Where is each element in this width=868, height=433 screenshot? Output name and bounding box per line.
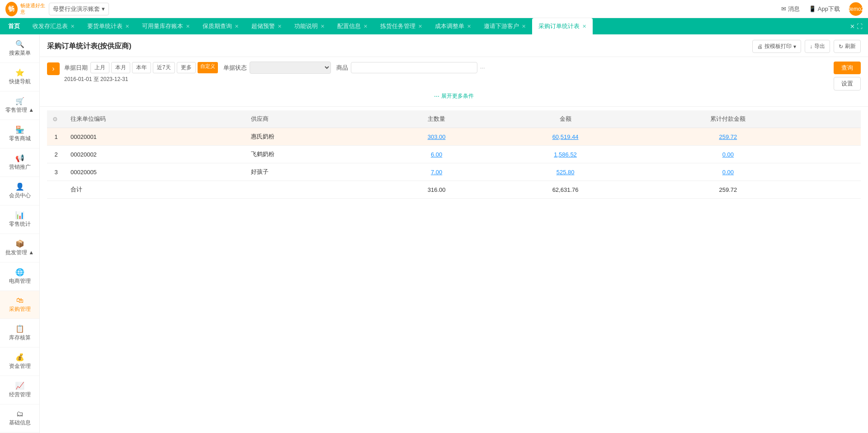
workspace-selector[interactable]: 母婴行业演示账套 ▾ — [49, 3, 109, 15]
filter-toggle-btn[interactable]: › — [47, 62, 60, 75]
sidebar-item-marketing[interactable]: 📢 营销推广 — [0, 148, 39, 177]
tab-close-icon[interactable]: ✕ — [71, 24, 75, 29]
row-seq: 3 — [47, 163, 65, 181]
export-button[interactable]: ↓ 导出 — [805, 40, 830, 53]
message-btn[interactable]: ✉ 消息 — [781, 5, 800, 13]
tab-close-icon[interactable]: ✕ — [582, 24, 586, 29]
row-code: 00020002 — [65, 146, 245, 163]
date-label: 单据日期 — [64, 64, 88, 72]
tab-overstock-warning[interactable]: 超储预警 ✕ — [245, 18, 288, 34]
tab-close-icon[interactable]: ✕ — [186, 24, 190, 29]
filter-area: › 单据日期 上月 本月 本年 近7天 更多 — [40, 57, 868, 107]
tab-available-inventory[interactable]: 可用量库存账本 ✕ — [136, 18, 196, 34]
tab-invite-downstream[interactable]: 邀请下游客户 ✕ — [477, 18, 532, 34]
date-btn-7days[interactable]: 近7天 — [153, 62, 175, 73]
sidebar-item-base[interactable]: 🗂 基础信息 — [0, 404, 39, 433]
expand-more-btn[interactable]: ⋯ 展开更多条件 — [47, 90, 861, 102]
sidebar-item-wholesale[interactable]: 📦 批发管理 ▲ — [0, 234, 39, 262]
tab-function-desc[interactable]: 功能说明 ✕ — [288, 18, 331, 34]
maximize-icon[interactable]: ⛶ — [857, 23, 863, 30]
tab-order-stat[interactable]: 要货单统计表 ✕ — [81, 18, 136, 34]
row-paid: 259.72 — [638, 128, 818, 146]
footer-row: 合计 316.00 62,631.76 259.72 — [47, 181, 861, 199]
tab-close-icon[interactable]: ✕ — [321, 24, 325, 29]
marketing-icon: 📢 — [2, 154, 38, 162]
tab-close-icon[interactable]: ✕ — [235, 24, 239, 29]
row-supplier: 好孩子 — [245, 163, 380, 181]
logo-icon: 畅 — [5, 2, 18, 16]
tab-close-icon[interactable]: ✕ — [467, 24, 471, 29]
tab-config-info[interactable]: 配置信息 ✕ — [331, 18, 374, 34]
purchase-icon: 🛍 — [2, 296, 38, 305]
finance-icon: 💰 — [2, 353, 38, 362]
logo-area: 畅 畅捷通好生意 — [5, 2, 45, 16]
sidebar-item-finance[interactable]: 💰 资金管理 — [0, 347, 39, 376]
row-code: 00020001 — [65, 128, 245, 146]
print-button[interactable]: 🖨 按模板打印 ▾ — [752, 40, 801, 53]
expand-icon: ⋯ — [434, 93, 439, 100]
sidebar-item-quick-nav[interactable]: ⭐ 快捷导航 — [0, 63, 39, 91]
tab-purchase-order-stat[interactable]: 采购订单统计表 ✕ — [532, 18, 593, 34]
stat-icon: 📊 — [2, 211, 38, 219]
tab-close-icon[interactable]: ✕ — [363, 24, 368, 29]
download-icon: 📱 — [809, 5, 816, 12]
settings-icon[interactable]: ⚙ — [52, 116, 58, 123]
inventory-icon: 📋 — [2, 324, 38, 333]
more-icon[interactable]: ··· — [480, 64, 485, 71]
sidebar-item-search[interactable]: 🔍 搜索菜单 — [0, 34, 39, 63]
sidebar-item-retail[interactable]: 🛒 零售管理 ▲ — [0, 91, 39, 120]
date-filter: 单据日期 上月 本月 本年 近7天 更多 自定义 — [64, 62, 218, 73]
top-bar: 畅 畅捷通好生意 母婴行业演示账套 ▾ ✉ 消息 📱 App下载 demo2 — [0, 0, 868, 18]
tab-close-icon[interactable]: ✕ — [418, 24, 422, 29]
col-code: 往来单位编码 — [65, 110, 245, 128]
page-container: 采购订单统计表(按供应商) 🖨 按模板打印 ▾ ↓ 导出 ↻ 刷新 — [40, 34, 868, 433]
tab-pick-task[interactable]: 拣货任务管理 ✕ — [374, 18, 429, 34]
sidebar: 🔍 搜索菜单 ⭐ 快捷导航 🛒 零售管理 ▲ 🏪 零售商城 📢 营销推广 👤 会… — [0, 34, 40, 433]
row-extra — [818, 163, 861, 181]
filter-row-date-range: 2016-01-01 至 2023-12-31 — [64, 76, 828, 83]
date-btn-last-month[interactable]: 上月 — [90, 62, 109, 73]
sidebar-item-retail-mall[interactable]: 🏪 零售商城 — [0, 120, 39, 148]
tab-close-icon[interactable]: ✕ — [125, 24, 129, 29]
col-extra — [818, 110, 861, 128]
sidebar-item-inventory[interactable]: 📋 库存核算 — [0, 319, 39, 347]
top-right-actions: ✉ 消息 📱 App下载 demo2 — [781, 2, 863, 16]
data-table: ⚙ 往来单位编码 供应商 主数量 金额 累计付款金额 1 — [47, 110, 861, 199]
sidebar-item-purchase[interactable]: 🛍 采购管理 — [0, 291, 39, 319]
main-content: 采购订单统计表(按供应商) 🖨 按模板打印 ▾ ↓ 导出 ↻ 刷新 — [40, 34, 868, 433]
sidebar-item-ecom[interactable]: 🌐 电商管理 — [0, 262, 39, 291]
row-extra — [818, 128, 861, 146]
settings-button[interactable]: 设置 — [834, 77, 861, 90]
tab-collect-summary[interactable]: 收发存汇总表 ✕ — [26, 18, 81, 34]
sidebar-item-member[interactable]: 👤 会员中心 — [0, 177, 39, 205]
row-paid: 0.00 — [638, 146, 818, 163]
status-select[interactable] — [250, 62, 331, 74]
avatar[interactable]: demo2 — [849, 2, 863, 16]
date-range-display: 2016-01-01 至 2023-12-31 — [64, 76, 128, 83]
date-btn-this-year[interactable]: 本年 — [132, 62, 151, 73]
footer-amount: 62,631.76 — [493, 181, 637, 199]
app-download-label: App下载 — [818, 5, 840, 13]
tab-close-icon[interactable]: ✕ — [278, 24, 282, 29]
sidebar-item-ops[interactable]: 📈 经营管理 — [0, 376, 39, 404]
tab-expiry-query[interactable]: 保质期查询 ✕ — [196, 18, 245, 34]
status-filter: 单据状态 — [223, 62, 331, 74]
tab-home[interactable]: 首页 — [2, 18, 26, 34]
tab-close-icon[interactable]: ✕ — [522, 24, 526, 29]
date-btn-more[interactable]: 更多 — [177, 62, 196, 73]
sidebar-item-retail-stat[interactable]: 📊 零售统计 — [0, 205, 39, 234]
refresh-button[interactable]: ↻ 刷新 — [834, 40, 861, 53]
goods-input[interactable] — [351, 62, 477, 73]
page-header: 采购订单统计表(按供应商) 🖨 按模板打印 ▾ ↓ 导出 ↻ 刷新 — [40, 34, 868, 57]
col-paid: 累计付款金额 — [638, 110, 818, 128]
sidebar-quicknav-label: 快捷导航 — [2, 78, 38, 86]
row-qty: 7.00 — [380, 163, 493, 181]
tab-cost-adjust[interactable]: 成本调整单 ✕ — [429, 18, 477, 34]
close-all-icon[interactable]: ✕ — [850, 23, 855, 30]
ops-icon: 📈 — [2, 381, 38, 390]
custom-badge: 自定义 — [198, 62, 218, 73]
query-button[interactable]: 查询 — [834, 62, 861, 74]
app-download-btn[interactable]: 📱 App下载 — [809, 5, 840, 13]
filter-left: 单据日期 上月 本月 本年 近7天 更多 自定义 — [64, 62, 828, 83]
date-btn-this-month[interactable]: 本月 — [111, 62, 130, 73]
